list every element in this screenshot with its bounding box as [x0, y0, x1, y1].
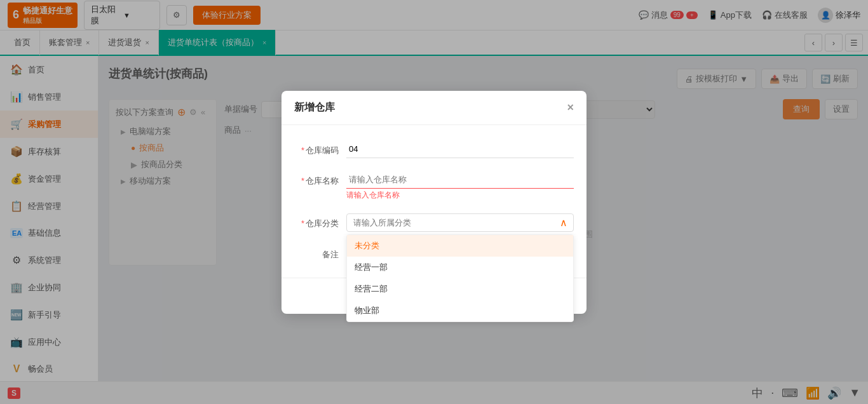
category-input[interactable]: [346, 213, 574, 232]
name-row: *仓库名称 请输入仓库名称: [294, 171, 574, 201]
name-field: 请输入仓库名称: [346, 171, 574, 201]
category-field: ∧ 未分类 经营一部 经营二部 物业部: [346, 213, 574, 232]
note-label: 备注: [294, 245, 339, 260]
code-row: *仓库编码: [294, 140, 574, 158]
name-label: *仓库名称: [294, 171, 339, 187]
code-label: *仓库编码: [294, 140, 339, 156]
category-row: *仓库分类 ∧ 未分类 经营一部 经营二部 物业部: [294, 213, 574, 232]
name-input[interactable]: [346, 171, 574, 189]
dropdown-item-2[interactable]: 经营二部: [347, 278, 573, 300]
category-dropdown: 未分类 经营一部 经营二部 物业部: [346, 234, 574, 322]
category-input-wrap: ∧: [346, 213, 574, 232]
dialog-close-icon[interactable]: ×: [567, 102, 574, 113]
code-input[interactable]: [346, 140, 574, 158]
dropdown-item-1[interactable]: 经营一部: [347, 257, 573, 278]
dialog-overlay: 新增仓库 × *仓库编码 *仓库名称 请输入仓库名称: [0, 0, 868, 404]
dropdown-item-0[interactable]: 未分类: [347, 235, 573, 257]
add-warehouse-dialog: 新增仓库 × *仓库编码 *仓库名称 请输入仓库名称: [281, 91, 587, 314]
code-field: [346, 140, 574, 158]
category-label: *仓库分类: [294, 213, 339, 229]
dialog-header: 新增仓库 ×: [281, 91, 587, 125]
name-error-msg: 请输入仓库名称: [346, 190, 574, 201]
dialog-body: *仓库编码 *仓库名称 请输入仓库名称 *仓库分类: [281, 125, 587, 278]
dialog-title: 新增仓库: [294, 101, 335, 114]
dropdown-item-3[interactable]: 物业部: [347, 300, 573, 321]
category-chevron-icon[interactable]: ∧: [560, 217, 567, 229]
